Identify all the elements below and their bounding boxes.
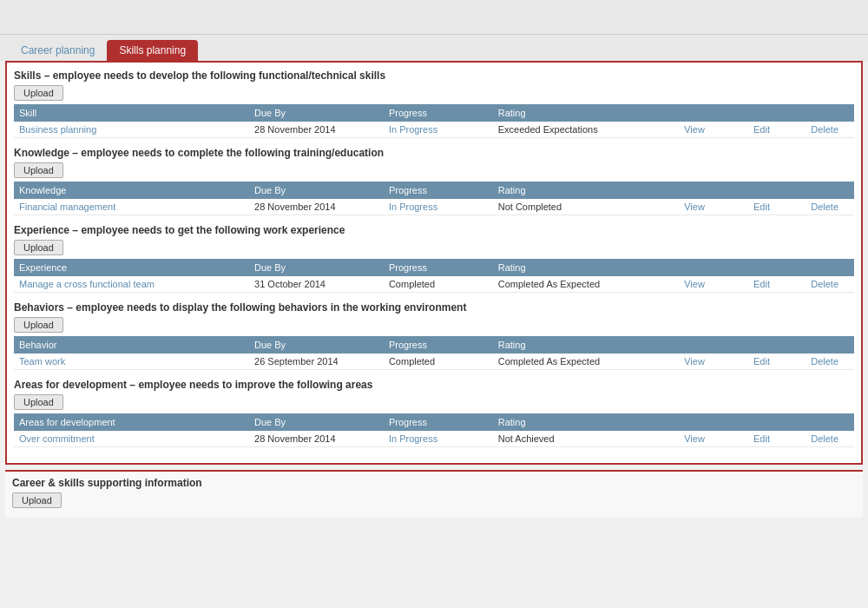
experience-col-progress: Progress [384, 259, 493, 276]
footer-upload-button[interactable]: Upload [12, 492, 62, 508]
skills-col-rating: Rating [493, 104, 661, 122]
behaviors-edit-action[interactable]: Edit [728, 354, 795, 370]
knowledge-delete-action[interactable]: Delete [795, 199, 854, 215]
behaviors-section-title: Behaviors – employee needs to display th… [14, 301, 854, 314]
experience-view-action[interactable]: View [661, 276, 727, 293]
areas-delete-action[interactable]: Delete [795, 431, 854, 447]
areas-upload-button[interactable]: Upload [14, 394, 63, 410]
knowledge-edit-action[interactable]: Edit [728, 199, 795, 215]
skills-view-action[interactable]: View [661, 122, 727, 138]
behaviors-row-progress: Completed [384, 354, 493, 370]
skills-row-name[interactable]: Business planning [14, 122, 249, 138]
behaviors-col-a3 [795, 336, 854, 354]
knowledge-col-rating: Rating [493, 182, 661, 199]
behaviors-col-due: Due By [249, 336, 384, 354]
main-content: Skills – employee needs to develop the f… [5, 61, 863, 465]
areas-section: Areas for development – employee needs t… [14, 379, 854, 447]
experience-row-progress: Completed [384, 276, 493, 293]
skills-col-name: Skill [14, 104, 249, 122]
areas-row-name[interactable]: Over commitment [14, 431, 249, 447]
knowledge-upload-button[interactable]: Upload [14, 162, 63, 178]
experience-col-a1 [661, 259, 727, 276]
behaviors-col-progress: Progress [384, 336, 493, 354]
skills-section-title: Skills – employee needs to develop the f… [14, 69, 854, 82]
experience-col-rating: Rating [493, 259, 661, 276]
experience-table: Experience Due By Progress Rating Manage… [14, 259, 854, 293]
areas-edit-action[interactable]: Edit [728, 431, 795, 447]
knowledge-col-a1 [661, 182, 727, 199]
skills-edit-action[interactable]: Edit [728, 122, 795, 138]
skills-section: Skills – employee needs to develop the f… [14, 69, 854, 138]
table-row: Financial management 28 November 2014 In… [14, 199, 854, 215]
skills-table: Skill Due By Progress Rating Business pl… [14, 104, 854, 138]
knowledge-table: Knowledge Due By Progress Rating Financi… [14, 182, 854, 215]
knowledge-view-action[interactable]: View [661, 199, 727, 215]
behaviors-table: Behavior Due By Progress Rating Team wor… [14, 336, 854, 370]
areas-row-due: 28 November 2014 [249, 431, 384, 447]
areas-col-a2 [728, 413, 795, 431]
areas-table: Areas for development Due By Progress Ra… [14, 413, 854, 447]
skills-col-a1 [661, 104, 727, 122]
behaviors-row-rating: Completed As Expected [493, 354, 661, 370]
table-row: Business planning 28 November 2014 In Pr… [14, 122, 854, 138]
knowledge-row-progress: In Progress [384, 199, 493, 215]
behaviors-row-name[interactable]: Team work [14, 354, 249, 370]
knowledge-col-a3 [795, 182, 854, 199]
experience-row-name[interactable]: Manage a cross functional team [14, 276, 249, 293]
skills-col-a3 [795, 104, 854, 122]
areas-col-due: Due By [249, 413, 384, 431]
experience-col-a3 [795, 259, 854, 276]
knowledge-col-due: Due By [249, 182, 384, 199]
skills-delete-action[interactable]: Delete [795, 122, 854, 138]
tab-skills-planning[interactable]: Skills planning [107, 40, 198, 61]
behaviors-col-a1 [661, 336, 727, 354]
skills-row-progress: In Progress [384, 122, 493, 138]
areas-section-title: Areas for development – employee needs t… [14, 379, 854, 391]
knowledge-col-a2 [728, 182, 795, 199]
footer-section: Career & skills supporting information U… [5, 470, 863, 517]
areas-col-a3 [795, 413, 854, 431]
experience-section: Experience – employee needs to get the f… [14, 224, 854, 293]
skills-col-due: Due By [249, 104, 384, 122]
experience-row-due: 31 October 2014 [249, 276, 384, 293]
behaviors-view-action[interactable]: View [661, 354, 727, 370]
behaviors-col-name: Behavior [14, 336, 249, 354]
areas-col-name: Areas for development [14, 413, 249, 431]
footer-title: Career & skills supporting information [12, 477, 856, 489]
experience-section-title: Experience – employee needs to get the f… [14, 224, 854, 236]
experience-edit-action[interactable]: Edit [728, 276, 795, 293]
experience-delete-action[interactable]: Delete [795, 276, 854, 293]
knowledge-col-name: Knowledge [14, 182, 249, 199]
areas-col-a1 [661, 413, 727, 431]
behaviors-delete-action[interactable]: Delete [795, 354, 854, 370]
knowledge-row-name[interactable]: Financial management [14, 199, 249, 215]
skills-row-rating: Exceeded Expectations [493, 122, 661, 138]
skills-col-a2 [728, 104, 795, 122]
experience-col-due: Due By [249, 259, 384, 276]
behaviors-col-rating: Rating [493, 336, 661, 354]
knowledge-section-title: Knowledge – employee needs to complete t… [14, 147, 854, 159]
behaviors-section: Behaviors – employee needs to display th… [14, 301, 854, 370]
knowledge-row-due: 28 November 2014 [249, 199, 384, 215]
tab-career-planning[interactable]: Career planning [9, 40, 107, 61]
areas-row-progress: In Progress [384, 431, 493, 447]
skills-col-progress: Progress [384, 104, 493, 122]
table-row: Team work 26 September 2014 Completed Co… [14, 354, 854, 370]
experience-col-a2 [728, 259, 795, 276]
knowledge-col-progress: Progress [384, 182, 493, 199]
skills-upload-button[interactable]: Upload [14, 85, 63, 101]
areas-row-rating: Not Achieved [493, 431, 661, 447]
behaviors-row-due: 26 September 2014 [249, 354, 384, 370]
experience-row-rating: Completed As Expected [493, 276, 661, 293]
areas-view-action[interactable]: View [661, 431, 727, 447]
table-row: Over commitment 28 November 2014 In Prog… [14, 431, 854, 447]
skills-row-due: 28 November 2014 [249, 122, 384, 138]
behaviors-upload-button[interactable]: Upload [14, 317, 63, 333]
behaviors-col-a2 [728, 336, 795, 354]
top-bar [0, 0, 868, 35]
tabs-bar: Career planning Skills planning [0, 35, 868, 61]
experience-upload-button[interactable]: Upload [14, 240, 63, 255]
table-row: Manage a cross functional team 31 Octobe… [14, 276, 854, 293]
areas-col-rating: Rating [493, 413, 661, 431]
page-wrapper: Career planning Skills planning Skills –… [0, 0, 868, 608]
